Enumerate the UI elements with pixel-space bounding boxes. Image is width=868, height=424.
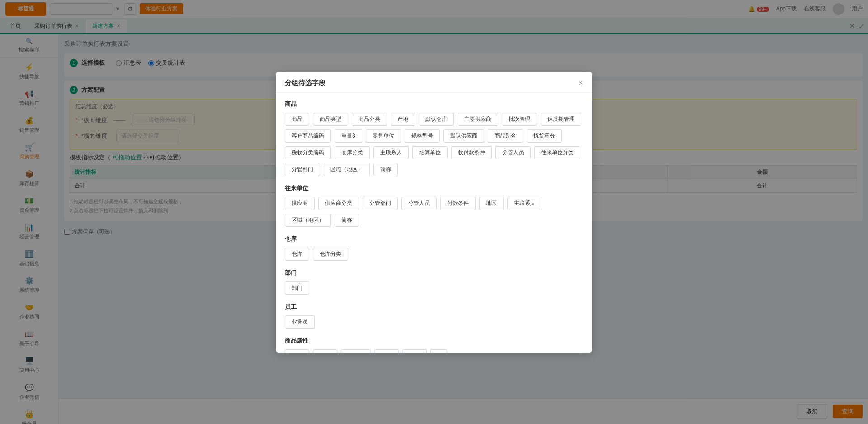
- field-tag[interactable]: 付款条件: [440, 197, 476, 210]
- field-tag[interactable]: 收付款条件: [451, 146, 492, 159]
- field-tag[interactable]: 区域（地区）: [324, 163, 370, 176]
- field-group-title: 部门: [285, 269, 583, 277]
- modal-header: 分组待选字段 ×: [276, 72, 592, 93]
- field-tag[interactable]: 颜色: [313, 349, 337, 353]
- field-group-title: 员工: [285, 303, 583, 311]
- modal-title: 分组待选字段: [285, 79, 326, 87]
- field-tag[interactable]: 分管部门: [363, 197, 398, 210]
- field-tag[interactable]: 默认仓库: [419, 113, 454, 126]
- field-tags-container: 业务员: [285, 315, 583, 329]
- modal-body: 商品商品商品类型商品分类产地默认仓库主要供应商批次管理保质期管理客户商品编码重量…: [276, 93, 592, 353]
- field-group-商品: 商品商品商品类型商品分类产地默认仓库主要供应商批次管理保质期管理客户商品编码重量…: [285, 100, 583, 176]
- field-tag[interactable]: 重量3: [335, 129, 362, 143]
- field-tag[interactable]: 简称: [335, 214, 359, 227]
- field-tag[interactable]: 尺码: [374, 349, 399, 353]
- field-tag[interactable]: 税收分类编码: [285, 146, 331, 159]
- field-group-title: 往来单位: [285, 184, 583, 192]
- field-tag[interactable]: 属性: [285, 349, 309, 353]
- field-tag[interactable]: 分管部门: [285, 163, 320, 176]
- field-group-往来单位: 往来单位供应商供应商分类分管部门分管人员付款条件地区主联系人区域（地区）简称: [285, 184, 583, 227]
- field-group-仓库: 仓库仓库仓库分类: [285, 235, 583, 261]
- field-tag[interactable]: 部门: [285, 281, 309, 295]
- modal-close-button[interactable]: ×: [578, 78, 583, 88]
- field-group-title: 商品属性: [285, 337, 583, 345]
- field-tag[interactable]: 供应商: [285, 197, 315, 210]
- field-tags-container: 仓库仓库分类: [285, 248, 583, 261]
- field-tag[interactable]: 仓库分类: [313, 248, 348, 261]
- field-select-modal: 分组待选字段 × 商品商品商品类型商品分类产地默认仓库主要供应商批次管理保质期管…: [276, 72, 592, 353]
- field-tag[interactable]: 产地: [391, 113, 415, 126]
- field-tag[interactable]: 鞋码: [402, 349, 427, 353]
- field-tag[interactable]: 客户商品编码: [285, 129, 331, 143]
- field-tag[interactable]: 分管人员: [495, 146, 531, 159]
- field-tag[interactable]: 分管人员: [401, 197, 437, 210]
- field-tag[interactable]: 主联系人: [373, 146, 409, 159]
- field-tag[interactable]: 往来单位分类: [534, 146, 580, 159]
- field-group-title: 仓库: [285, 235, 583, 243]
- field-tags-container: 供应商供应商分类分管部门分管人员付款条件地区主联系人区域（地区）简称: [285, 197, 583, 227]
- field-tag[interactable]: 仓库: [285, 248, 309, 261]
- field-tag[interactable]: 商品分类: [352, 113, 387, 126]
- field-tag[interactable]: 商品: [285, 113, 309, 126]
- field-tag[interactable]: 简称: [373, 163, 398, 176]
- field-tag[interactable]: 保质期管理: [541, 113, 581, 126]
- field-tag[interactable]: 拣货积分: [527, 129, 562, 143]
- field-tag[interactable]: 零售单位: [366, 129, 401, 143]
- field-group-部门: 部门部门: [285, 269, 583, 295]
- field-tag[interactable]: 仓库分类: [335, 146, 370, 159]
- field-group-员工: 员工业务员: [285, 303, 583, 329]
- field-group-title: 商品: [285, 100, 583, 108]
- field-tag[interactable]: 主联系人: [507, 197, 542, 210]
- field-tags-container: 商品商品类型商品分类产地默认仓库主要供应商批次管理保质期管理客户商品编码重量3零…: [285, 113, 583, 176]
- field-tag[interactable]: 地区: [479, 197, 504, 210]
- modal-overlay: 分组待选字段 × 商品商品商品类型商品分类产地默认仓库主要供应商批次管理保质期管…: [0, 0, 868, 424]
- field-tags-container: 部门: [285, 281, 583, 295]
- field-tag[interactable]: 供应商分类: [318, 197, 359, 210]
- field-tag[interactable]: 结算单位: [412, 146, 448, 159]
- field-tag[interactable]: 业务员: [285, 315, 315, 329]
- field-tag[interactable]: 批次管理: [502, 113, 537, 126]
- field-tag[interactable]: 区域（地区）: [285, 214, 331, 227]
- field-tag[interactable]: 多规格: [341, 349, 371, 353]
- field-tag[interactable]: 商品别名: [488, 129, 523, 143]
- field-tag[interactable]: 默认供应商: [443, 129, 484, 143]
- field-tag[interactable]: 1: [430, 349, 447, 353]
- field-tag[interactable]: 规格型号: [405, 129, 440, 143]
- field-tag[interactable]: 商品类型: [313, 113, 348, 126]
- field-tags-container: 属性颜色多规格尺码鞋码1: [285, 349, 583, 353]
- field-tag[interactable]: 主要供应商: [458, 113, 498, 126]
- field-group-商品属性: 商品属性属性颜色多规格尺码鞋码1: [285, 337, 583, 353]
